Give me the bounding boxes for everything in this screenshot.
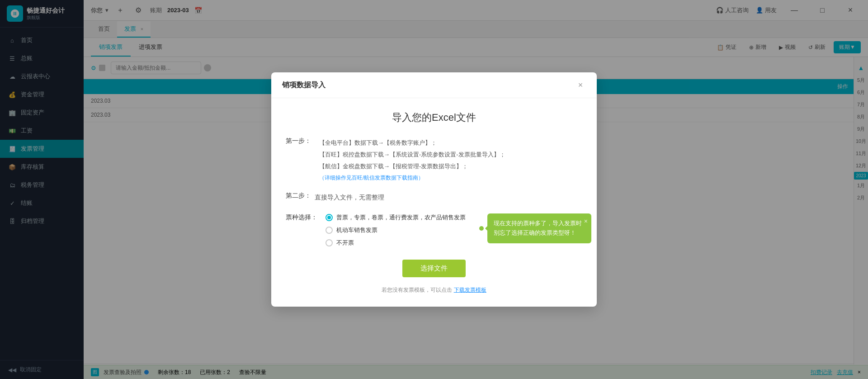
step1-line2: 【百旺】税控盘数据下载→【系统设置-系统参数设置-发票批量导入】； <box>319 149 505 161</box>
step1-content: 【全电平台】数据下载→【税务数字账户】； 【百旺】税控盘数据下载→【系统设置-系… <box>315 137 505 182</box>
radio-checked-0 <box>326 214 333 221</box>
select-file-section: 选择文件 <box>286 260 582 277</box>
modal-title: 销项数据导入 <box>282 81 326 90</box>
step2-label: 第二步： <box>286 192 311 200</box>
radio-label-0: 普票，专票，卷票，通行费发票，农产品销售发票 <box>336 213 466 222</box>
radio-label-2: 不开票 <box>336 239 354 247</box>
modal-header: 销项数据导入 × <box>271 72 597 98</box>
radio-unchecked-2 <box>326 239 333 246</box>
ticket-section: 票种选择： 普票，专票，卷票，通行费发票，农产品销售发票 机动车销售发票 <box>286 213 582 247</box>
radio-option-2[interactable]: 不开票 <box>326 239 466 247</box>
radio-option-0[interactable]: 普票，专票，卷票，通行费发票，农产品销售发票 <box>326 213 466 222</box>
radio-group: 普票，专票，卷票，通行费发票，农产品销售发票 机动车销售发票 不开票 <box>321 213 466 247</box>
download-template-link[interactable]: 下载发票模板 <box>454 287 486 293</box>
step1-line1: 【全电平台】数据下载→【税务数字账户】； <box>319 137 505 149</box>
step2-section: 第二步： 直接导入文件，无需整理 <box>286 192 582 204</box>
modal-overlay[interactable]: 销项数据导入 × 导入您的Excel文件 第一步： 【全电平台】数据下载→【税务… <box>0 0 868 379</box>
import-modal: 销项数据导入 × 导入您的Excel文件 第一步： 【全电平台】数据下载→【税务… <box>271 72 597 307</box>
tooltip-close-button[interactable]: × <box>584 216 588 226</box>
radio-unchecked-1 <box>326 227 333 234</box>
modal-close-button[interactable]: × <box>575 80 586 90</box>
footer-text: 若您没有发票模板，可以点击 <box>382 287 452 293</box>
modal-body: 导入您的Excel文件 第一步： 【全电平台】数据下载→【税务数字账户】； 【百… <box>271 98 597 307</box>
step1-line3: 【航信】金税盘数据下载→【报税管理-发票数据导出】； <box>319 161 505 172</box>
modal-footer: 若您没有发票模板，可以点击 下载发票模板 <box>286 286 582 294</box>
step1-guide-link[interactable]: （详细操作见百旺/航信发票数据下载指南） <box>319 175 424 181</box>
select-file-button[interactable]: 选择文件 <box>402 260 466 277</box>
ticket-label: 票种选择： <box>286 213 317 222</box>
tooltip-arrow <box>483 226 487 231</box>
step2-text: 直接导入文件，无需整理 <box>315 194 384 202</box>
step1-label: 第一步： <box>286 137 311 145</box>
step1-section: 第一步： 【全电平台】数据下载→【税务数字账户】； 【百旺】税控盘数据下载→【系… <box>286 137 582 182</box>
tooltip-anchor: × 现在支持的票种多了，导入发票时别忘了选择正确的发票类型呀！ <box>479 213 591 243</box>
tooltip-text: 现在支持的票种多了，导入发票时别忘了选择正确的发票类型呀！ <box>494 220 582 236</box>
tooltip-box: × 现在支持的票种多了，导入发票时别忘了选择正确的发票类型呀！ <box>487 213 591 243</box>
radio-label-1: 机动车销售发票 <box>336 226 377 234</box>
radio-option-1[interactable]: 机动车销售发票 <box>326 226 466 234</box>
modal-main-title: 导入您的Excel文件 <box>286 111 582 124</box>
